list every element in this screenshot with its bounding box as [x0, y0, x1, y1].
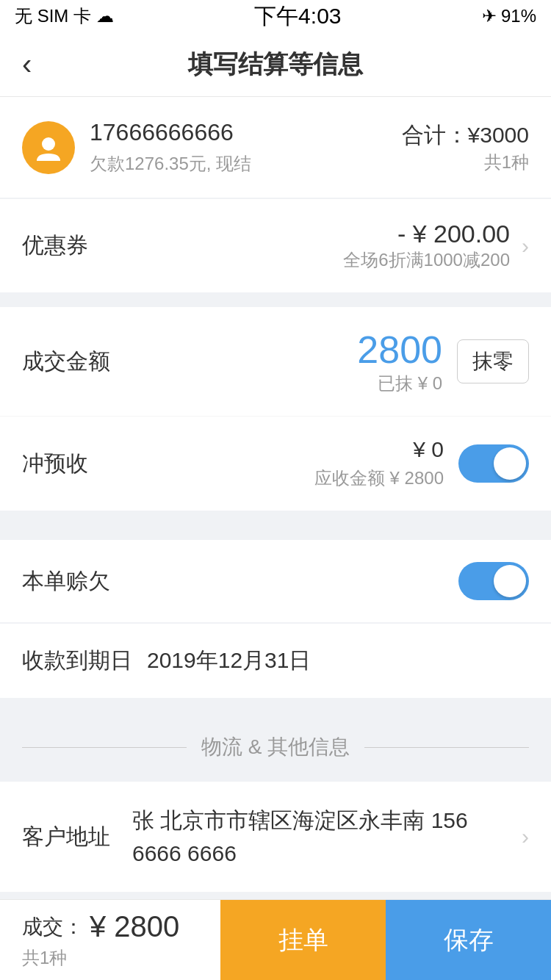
section-divider-2	[0, 511, 551, 525]
coupon-label: 优惠券	[22, 231, 88, 261]
customer-debt: 欠款1276.35元, 现结	[90, 152, 251, 176]
logistics-line-left	[22, 747, 187, 748]
customer-info: 17666666666 欠款1276.35元, 现结	[90, 119, 251, 176]
duedate-row: 收款到期日 2019年12月31日	[0, 624, 551, 698]
bottom-summary: 成交： ¥ 2800 共1种	[0, 910, 220, 970]
transaction-row: 成交金额 2800 已抹 ¥ 0 抹零	[0, 307, 551, 417]
back-button[interactable]: ‹	[22, 48, 32, 81]
page-title: 填写结算等信息	[188, 48, 363, 82]
total-count: 共1种	[402, 151, 529, 174]
chong-sub: 应收金额 ¥ 2800	[314, 466, 444, 490]
logistics-section: 物流 & 其他信息	[0, 713, 551, 782]
coupon-text: - ¥ 200.00 全场6折满1000减200	[343, 220, 510, 272]
transaction-label: 成交金额	[22, 347, 110, 377]
status-time: 下午4:03	[254, 1, 341, 32]
avatar	[22, 121, 75, 174]
chong-amount-wrap: ¥ 0 应收金额 ¥ 2800	[314, 437, 444, 490]
coupon-chevron-icon: ›	[522, 234, 529, 259]
chong-toggle[interactable]	[458, 444, 529, 483]
svg-point-0	[42, 137, 55, 151]
address-row[interactable]: 客户地址 张 北京市市辖区海淀区永丰南 156 6666 6666 ›	[0, 782, 551, 892]
coupon-row[interactable]: 优惠券 - ¥ 200.00 全场6折满1000减200 ›	[0, 199, 551, 292]
logistics-title: 物流 & 其他信息	[201, 733, 350, 761]
chong-pre-row: 冲预收 ¥ 0 应收金额 ¥ 2800	[0, 417, 551, 511]
transaction-amount: 2800	[357, 328, 442, 372]
coupon-right: - ¥ 200.00 全场6折满1000减200 ›	[343, 220, 529, 272]
coupon-amount: - ¥ 200.00	[397, 220, 510, 248]
bendanqueyu-toggle[interactable]	[458, 562, 529, 600]
address-value: 张 北京市市辖区海淀区永丰南 156 6666 6666	[132, 804, 522, 870]
round-zero-button[interactable]: 抹零	[457, 339, 529, 383]
save-button[interactable]: 保存	[386, 900, 551, 980]
bottom-count: 共1种	[22, 946, 198, 970]
address-label: 客户地址	[22, 822, 110, 852]
customer-right: 合计：¥3000 共1种	[402, 120, 529, 174]
chong-amount: ¥ 0	[413, 437, 444, 462]
location-icon: ✈	[482, 6, 497, 26]
duedate-label: 收款到期日	[22, 646, 132, 676]
chong-right: ¥ 0 应收金额 ¥ 2800	[314, 437, 529, 490]
bendanqueyu-toggle-knob	[494, 565, 526, 597]
status-right: ✈ 91%	[482, 6, 536, 26]
bottom-bar: 成交： ¥ 2800 共1种 挂单 保存	[0, 899, 551, 980]
form-section-transaction: 成交金额 2800 已抹 ¥ 0 抹零 冲预收 ¥ 0 应收金额 ¥ 2800	[0, 307, 551, 511]
status-bar: 无 SIM 卡 ☁ 下午4:03 ✈ 91%	[0, 0, 551, 32]
toggle-knob	[494, 447, 526, 480]
logistics-line-right	[364, 747, 529, 748]
sim-status: 无 SIM 卡 ☁	[15, 4, 114, 28]
section-divider-1	[0, 292, 551, 307]
bendanqueyu-label: 本单赊欠	[22, 566, 110, 597]
battery-status: 91%	[501, 6, 536, 26]
bendanqueyu-row: 本单赊欠	[0, 540, 551, 622]
already-offset: 已抹 ¥ 0	[357, 372, 442, 395]
customer-left: 17666666666 欠款1276.35元, 现结	[22, 119, 251, 176]
total-amount: 合计：¥3000	[402, 120, 529, 151]
address-chevron-icon: ›	[522, 824, 529, 849]
customer-phone: 17666666666	[90, 119, 251, 146]
bottom-buttons: 挂单 保存	[220, 900, 551, 980]
transaction-right: 2800 已抹 ¥ 0 抹零	[357, 328, 529, 395]
logistics-header: 物流 & 其他信息	[0, 713, 551, 782]
bottom-deal-label: 成交：	[22, 913, 84, 941]
hang-button[interactable]: 挂单	[220, 900, 386, 980]
transaction-amount-wrap: 2800 已抹 ¥ 0	[357, 328, 442, 395]
status-left: 无 SIM 卡 ☁	[15, 4, 114, 28]
nav-bar: ‹ 填写结算等信息	[0, 32, 551, 97]
duedate-value: 2019年12月31日	[147, 646, 311, 676]
content-area: 17666666666 欠款1276.35元, 现结 合计：¥3000 共1种 …	[0, 97, 551, 980]
coupon-desc: 全场6折满1000减200	[343, 248, 510, 272]
bottom-deal-amount: ¥ 2800	[90, 910, 179, 943]
bottom-deal: 成交： ¥ 2800	[22, 910, 198, 943]
chong-pre-label: 冲预收	[22, 449, 88, 479]
customer-card: 17666666666 欠款1276.35元, 现结 合计：¥3000 共1种	[0, 97, 551, 198]
